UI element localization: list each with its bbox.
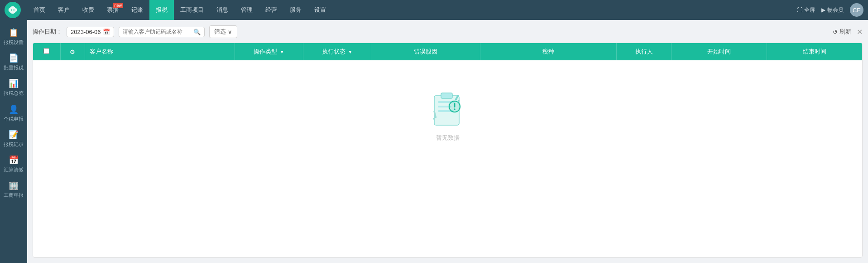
toolbar-right: ↺ 刷新 ✕ <box>833 28 863 36</box>
data-table-container: ⚙ 客户名称 操作类型 ▼ 执行状态 ▼ 错误股因 税种 执行人 开始时间 结束… <box>33 43 863 258</box>
sidebar-icon-4: 📝 <box>8 129 19 140</box>
refresh-icon: ↺ <box>833 29 838 35</box>
empty-text: 暂无数据 <box>436 134 460 142</box>
avatar[interactable]: CE <box>850 3 863 17</box>
nav-item-消息[interactable]: 消息 <box>210 0 235 20</box>
filter-label: 筛选 <box>214 28 226 36</box>
exec-status-header: 执行状态 ▼ <box>303 43 371 60</box>
sort-icon: ▼ <box>348 49 352 54</box>
sidebar-label-4: 报税记录 <box>4 141 24 147</box>
nav-item-经营[interactable]: 经营 <box>259 0 283 20</box>
svg-point-1 <box>13 10 14 11</box>
customer-name-header: 客户名称 <box>85 43 235 60</box>
svg-point-10 <box>454 108 456 110</box>
settings-header: ⚙ <box>60 43 85 60</box>
sidebar-item-0[interactable]: 📋 报税设置 <box>0 24 27 49</box>
error-reason-header: 错误股因 <box>371 43 480 60</box>
nav-item-设置[interactable]: 设置 <box>308 0 332 20</box>
sidebar-item-4[interactable]: 📝 报税记录 <box>0 126 27 151</box>
empty-illustration <box>430 88 466 128</box>
refresh-label: 刷新 <box>839 28 851 36</box>
video-icon: ▶ <box>821 7 825 13</box>
filter-button[interactable]: 筛选 ∨ <box>209 25 237 38</box>
tax-type-header: 税种 <box>480 43 617 60</box>
sidebar-icon-6: 🏢 <box>8 180 19 191</box>
svg-rect-9 <box>454 103 455 107</box>
fullscreen-label: 全屏 <box>804 6 815 14</box>
nav-item-工商项目[interactable]: 工商项目 <box>174 0 210 20</box>
end-time-header: 结束时间 <box>767 43 862 60</box>
sidebar-label-3: 个税申报 <box>4 116 24 122</box>
sidebar-icon-3: 👤 <box>8 104 19 115</box>
nav-items: 首页客户收费票据new记账报税工商项目消息管理经营服务设置 <box>27 0 797 20</box>
calendar-icon: 📅 <box>103 29 110 35</box>
date-picker[interactable]: 2023-06-06 📅 <box>67 27 114 37</box>
top-navigation: 首页客户收费票据new记账报税工商项目消息管理经营服务设置 ⛶ 全屏 ▶ 畅会员… <box>0 0 868 20</box>
chevron-down-icon: ∨ <box>228 29 232 35</box>
operation-type-header: 操作类型 ▼ <box>235 43 303 60</box>
sidebar-item-6[interactable]: 🏢 工商年报 <box>0 176 27 202</box>
main-layout: 📋 报税设置 📄 批量报税 📊 报税总览 👤 个税申报 📝 报税记录 📅 汇算清… <box>0 20 868 263</box>
member-label: 畅会员 <box>827 6 844 14</box>
sidebar-item-3[interactable]: 👤 个税申报 <box>0 100 27 126</box>
svg-point-0 <box>11 10 12 11</box>
select-all-header <box>33 43 60 60</box>
date-value: 2023-06-06 <box>71 29 101 35</box>
sidebar-icon-5: 📅 <box>8 155 19 166</box>
nav-item-票据[interactable]: 票据new <box>101 0 125 20</box>
search-input[interactable] <box>123 29 191 35</box>
nav-badge: new <box>113 3 123 8</box>
nav-item-服务[interactable]: 服务 <box>283 0 308 20</box>
date-label: 操作日期： <box>33 28 62 36</box>
sidebar-label-5: 汇算清缴 <box>4 167 24 173</box>
select-all-checkbox[interactable] <box>43 48 49 54</box>
close-button[interactable]: ✕ <box>857 28 863 36</box>
main-content: 操作日期： 2023-06-06 📅 🔍 筛选 ∨ ↺ 刷新 ✕ <box>27 20 868 263</box>
nav-item-记账[interactable]: 记账 <box>125 0 149 20</box>
nav-item-报税[interactable]: 报税 <box>149 0 174 20</box>
nav-item-客户[interactable]: 客户 <box>52 0 76 20</box>
nav-item-管理[interactable]: 管理 <box>235 0 259 20</box>
refresh-button[interactable]: ↺ 刷新 <box>833 28 851 36</box>
search-box: 🔍 <box>119 27 205 37</box>
sidebar-label-1: 批量报税 <box>4 65 24 71</box>
start-time-header: 开始时间 <box>671 43 767 60</box>
sidebar-label-6: 工商年报 <box>4 192 24 198</box>
settings-icon[interactable]: ⚙ <box>70 49 75 55</box>
sidebar-icon-2: 📊 <box>8 78 19 89</box>
sidebar: 📋 报税设置 📄 批量报税 📊 报税总览 👤 个税申报 📝 报税记录 📅 汇算清… <box>0 20 27 263</box>
executor-header: 执行人 <box>617 43 671 60</box>
empty-state: 暂无数据 <box>33 60 862 169</box>
nav-item-收费[interactable]: 收费 <box>76 0 101 20</box>
fullscreen-icon: ⛶ <box>797 7 802 13</box>
sidebar-label-2: 报税总览 <box>4 90 24 96</box>
toolbar: 操作日期： 2023-06-06 📅 🔍 筛选 ∨ ↺ 刷新 ✕ <box>33 25 863 38</box>
svg-rect-3 <box>441 93 452 98</box>
nav-right: ⛶ 全屏 ▶ 畅会员 CE <box>797 3 863 17</box>
sidebar-icon-1: 📄 <box>8 53 19 63</box>
app-logo[interactable] <box>5 2 21 18</box>
member-button[interactable]: ▶ 畅会员 <box>821 6 844 14</box>
nav-item-首页[interactable]: 首页 <box>27 0 52 20</box>
sidebar-item-2[interactable]: 📊 报税总览 <box>0 74 27 100</box>
table-header: ⚙ 客户名称 操作类型 ▼ 执行状态 ▼ 错误股因 税种 执行人 开始时间 结束… <box>33 43 862 60</box>
sidebar-item-5[interactable]: 📅 汇算清缴 <box>0 151 27 176</box>
table-body: 暂无数据 <box>33 60 862 169</box>
sidebar-item-1[interactable]: 📄 批量报税 <box>0 49 27 74</box>
sidebar-label-0: 报税设置 <box>4 39 24 45</box>
fullscreen-button[interactable]: ⛶ 全屏 <box>797 6 815 14</box>
sort-icon: ▼ <box>280 49 284 54</box>
search-icon: 🔍 <box>193 29 201 35</box>
sidebar-icon-0: 📋 <box>8 27 19 38</box>
data-table: ⚙ 客户名称 操作类型 ▼ 执行状态 ▼ 错误股因 税种 执行人 开始时间 结束… <box>33 43 862 169</box>
